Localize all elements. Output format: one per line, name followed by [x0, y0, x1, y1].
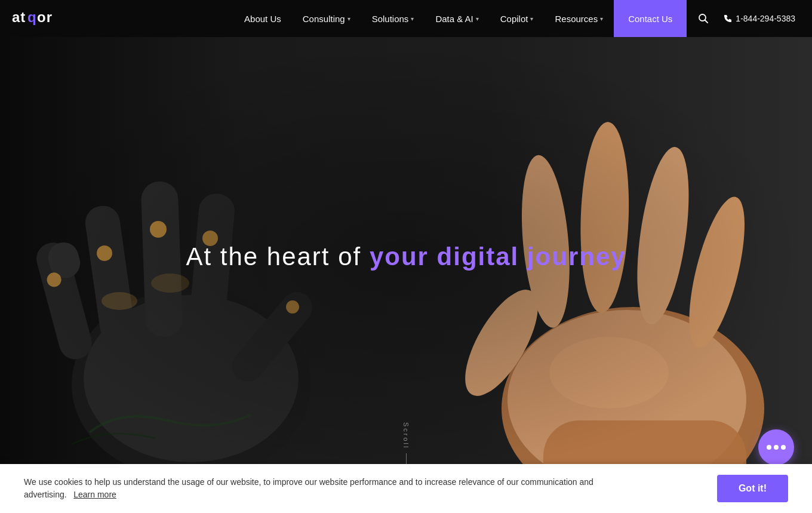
svg-point-28: [549, 337, 669, 408]
nav-links: About Us Consulting ▾ Solutions ▾ Data &…: [233, 0, 687, 37]
hero-text: At the heart of your digital journey: [186, 242, 626, 271]
cookie-banner: We use cookies to help us understand the…: [0, 464, 812, 513]
nav-solutions[interactable]: Solutions ▾: [361, 0, 425, 37]
phone-link[interactable]: 1-844-294-5383: [719, 14, 800, 23]
data-ai-chevron-icon: ▾: [476, 16, 479, 22]
svg-rect-10: [83, 204, 136, 345]
nav-consulting[interactable]: Consulting ▾: [292, 0, 361, 37]
nav-data-ai[interactable]: Data & AI ▾: [425, 0, 489, 37]
nav-about[interactable]: About Us: [233, 0, 292, 37]
svg-point-11: [97, 245, 112, 261]
nav-contact-button[interactable]: Contact Us: [614, 0, 687, 37]
svg-rect-12: [140, 181, 183, 337]
chat-dot-3: [781, 445, 786, 450]
svg-line-4: [705, 20, 708, 23]
svg-point-19: [151, 274, 189, 293]
svg-point-17: [286, 300, 299, 314]
svg-point-25: [628, 144, 698, 328]
logo-text: at q or: [12, 15, 84, 30]
nav-copilot[interactable]: Copilot ▾: [490, 0, 545, 37]
navbar: at q or About Us Consulting ▾ Solutions …: [0, 0, 812, 37]
svg-text:or: or: [37, 9, 53, 25]
svg-point-13: [150, 221, 167, 238]
nav-right-actions: 1-844-294-5383: [691, 0, 800, 37]
cookie-message: We use cookies to help us understand the…: [24, 476, 621, 501]
svg-point-24: [577, 121, 632, 314]
cookie-accept-button[interactable]: Got it!: [717, 475, 788, 502]
consulting-chevron-icon: ▾: [347, 16, 350, 22]
logo[interactable]: at q or: [12, 7, 84, 30]
hero-headline: At the heart of your digital journey: [186, 242, 626, 271]
chat-button[interactable]: [758, 429, 794, 465]
human-hand-svg: [376, 74, 812, 476]
learn-more-link[interactable]: Learn more: [73, 490, 116, 499]
chat-dots: [767, 445, 786, 450]
svg-text:q: q: [27, 9, 37, 25]
chat-dot-1: [767, 445, 771, 450]
robot-hand-svg: [0, 74, 406, 476]
solutions-chevron-icon: ▾: [411, 16, 414, 22]
search-button[interactable]: [691, 7, 715, 30]
resources-chevron-icon: ▾: [600, 16, 603, 22]
svg-text:at: at: [12, 9, 26, 25]
copilot-chevron-icon: ▾: [530, 16, 533, 22]
nav-resources[interactable]: Resources ▾: [544, 0, 614, 37]
chat-dot-2: [774, 445, 779, 450]
svg-point-18: [102, 292, 137, 310]
